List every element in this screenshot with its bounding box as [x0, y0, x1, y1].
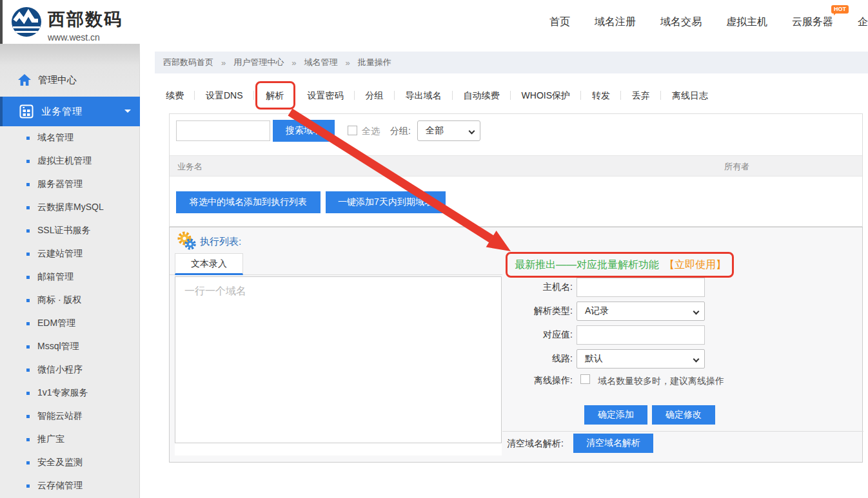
promo-banner-highlighted: 最新推出——对应批量解析功能 【立即使用】: [506, 252, 734, 278]
sidebar-item-mysql[interactable]: 云数据库MySQL: [0, 196, 140, 219]
execution-panel: 执行列表: 文本录入 最新推出——对应批量解析功能 【立即使用】 主机名: 解析…: [169, 227, 863, 463]
promo-text: 最新推出——对应批量解析功能: [515, 258, 659, 272]
add-expiring-7days-button[interactable]: 一键添加7天内到期域名: [326, 191, 446, 213]
group-select[interactable]: 全部: [417, 120, 480, 141]
chevron-down-icon: [693, 356, 700, 363]
tab-forward[interactable]: 转发: [581, 80, 621, 111]
chevron-down-icon: [693, 309, 700, 315]
sidebar-item-expert[interactable]: 1v1专家服务: [0, 381, 140, 405]
sidebar-home-label: 管理中心: [38, 74, 77, 86]
sidebar-section-business[interactable]: 业务管理: [0, 97, 140, 126]
top-header: 西部数码 www.west.cn 首页 域名注册 域名交易 虚拟主机 云服务器H…: [0, 0, 868, 44]
clear-resolution-button[interactable]: 清空域名解析: [573, 434, 653, 453]
sidebar-item-management-center[interactable]: 管理中心: [0, 68, 140, 91]
execution-list-title: 执行列表:: [200, 236, 241, 248]
nav-cloud-server[interactable]: 云服务器HOT: [792, 15, 833, 29]
sidebar-item-promotion[interactable]: 推广宝: [0, 428, 140, 451]
tab-discard[interactable]: 丢弃: [621, 80, 661, 111]
record-type-select[interactable]: A记录: [577, 302, 705, 321]
breadcrumb-home[interactable]: 西部数码首页: [163, 57, 213, 68]
confirm-add-button[interactable]: 确定添加: [584, 405, 647, 425]
brand-url: www.west.cn: [48, 32, 123, 43]
bullet-dot: [26, 438, 30, 441]
nav-virtual-host[interactable]: 虚拟主机: [726, 15, 767, 29]
domain-list-textarea[interactable]: [175, 276, 502, 443]
bullet-dot: [26, 206, 30, 209]
tab-set-password[interactable]: 设置密码: [297, 80, 355, 111]
clear-section-divider: [502, 431, 863, 432]
bullet-dot: [26, 392, 30, 395]
breadcrumb-separator: »: [221, 58, 226, 68]
page: 西部数码 www.west.cn 首页 域名注册 域名交易 虚拟主机 云服务器H…: [0, 0, 868, 498]
top-nav: 首页 域名注册 域名交易 虚拟主机 云服务器HOT 企: [549, 0, 868, 44]
breadcrumb-separator: »: [345, 58, 350, 68]
tab-whois-protect[interactable]: WHOIS保护: [511, 80, 581, 111]
bullet-dot: [26, 461, 30, 464]
tab-offline-log[interactable]: 离线日志: [661, 80, 719, 111]
column-business-name: 业务名: [177, 161, 202, 173]
gears-icon: [177, 231, 197, 251]
sidebar-item-smart-cloud[interactable]: 智能云站群: [0, 405, 140, 428]
nav-domain-trade[interactable]: 域名交易: [660, 15, 702, 29]
nav-home[interactable]: 首页: [549, 15, 570, 29]
group-filter-label: 分组:: [390, 126, 411, 137]
sidebar-item-security[interactable]: 安全及监测: [0, 451, 140, 474]
confirm-modify-button[interactable]: 确定修改: [652, 405, 715, 425]
record-value-input[interactable]: [577, 325, 705, 345]
edge-strip: [0, 0, 3, 44]
table-header-row: 业务名 所有者: [170, 155, 862, 177]
bullet-dot: [26, 276, 30, 279]
tab-export-domains[interactable]: 导出域名: [395, 80, 453, 111]
select-all-checkbox[interactable]: [348, 126, 357, 135]
add-selected-to-list-button[interactable]: 将选中的域名添加到执行列表: [176, 191, 321, 213]
line-label: 线路:: [502, 353, 573, 365]
tab-group[interactable]: 分组: [355, 80, 395, 111]
bullet-dot: [26, 229, 30, 233]
tab-resolve-highlighted[interactable]: 解析: [255, 81, 295, 110]
sidebar-item-trademark[interactable]: 商标 · 版权: [0, 289, 140, 312]
tab-text-entry[interactable]: 文本录入: [175, 253, 243, 275]
promo-use-now-link[interactable]: 【立即使用】: [664, 258, 726, 272]
tab-auto-renew[interactable]: 自动续费: [453, 80, 511, 111]
sidebar-item-mssql[interactable]: Mssql管理: [0, 335, 140, 358]
exec-tabstrip: 文本录入: [170, 253, 502, 275]
group-select-value: 全部: [426, 125, 444, 137]
search-domain-button[interactable]: 搜索域名: [273, 120, 335, 142]
bullet-dot: [26, 137, 30, 140]
host-input[interactable]: [577, 278, 705, 297]
textarea-wrapper: [175, 276, 502, 455]
bullet-dot: [26, 160, 30, 163]
sidebar-item-wechat-mini[interactable]: 微信小程序: [0, 358, 140, 381]
line-select[interactable]: 默认: [577, 349, 705, 369]
nav-enterprise-cut[interactable]: 企: [858, 15, 868, 29]
apps-grid-icon: [19, 104, 34, 119]
sidebar-item-server[interactable]: 服务器管理: [0, 173, 140, 196]
clear-resolution-label: 清空域名解析:: [507, 438, 564, 450]
sidebar-item-cloud-storage[interactable]: 云存储管理: [0, 474, 140, 497]
record-type-label: 解析类型:: [502, 305, 573, 317]
bullet-dot: [26, 299, 30, 302]
bullet-dot: [26, 183, 30, 186]
sidebar-item-mailbox[interactable]: 邮箱管理: [0, 265, 140, 289]
nav-domain-register[interactable]: 域名注册: [595, 15, 636, 29]
sidebar-item-edm[interactable]: EDM管理: [0, 312, 140, 335]
sidebar-item-virtual-host[interactable]: 虚拟主机管理: [0, 149, 140, 173]
tab-set-dns[interactable]: 设置DNS: [195, 80, 254, 111]
breadcrumb-domain-mgmt[interactable]: 域名管理: [304, 57, 337, 68]
hot-badge: HOT: [831, 5, 849, 14]
breadcrumb-separator: »: [291, 58, 296, 68]
chevron-down-icon: [124, 110, 131, 116]
breadcrumb-batch-ops: 批量操作: [358, 57, 391, 68]
breadcrumb-user-center[interactable]: 用户管理中心: [233, 57, 284, 68]
column-owner: 所有者: [724, 161, 749, 173]
tab-renew[interactable]: 续费: [155, 80, 195, 111]
offline-checkbox[interactable]: [580, 374, 590, 384]
sidebar-item-cloud-site[interactable]: 云建站管理: [0, 242, 140, 265]
chevron-down-icon: [469, 128, 475, 135]
west-logo-icon[interactable]: [10, 5, 43, 39]
bullet-dot: [26, 415, 30, 418]
sidebar-item-domain[interactable]: 域名管理: [0, 126, 140, 149]
sidebar-item-ssl[interactable]: SSL证书服务: [0, 219, 140, 242]
record-type-value: A记录: [585, 305, 609, 317]
search-input[interactable]: [176, 120, 270, 141]
